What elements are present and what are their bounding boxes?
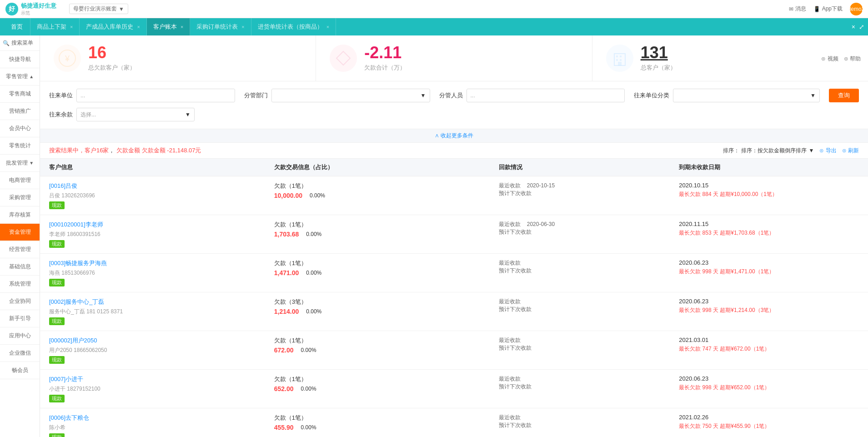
user-avatar[interactable]: demo2 <box>850 3 863 15</box>
svg-text:¥: ¥ <box>65 54 70 63</box>
stat-values-1: 16 总欠款客户（家） <box>88 45 135 72</box>
col-recovery: 回款情况 <box>499 163 679 171</box>
recovery-info-1: 最近收款 2020-10-15 预计下次收款 <box>499 182 679 197</box>
collapse-bar[interactable]: ∧ 收起更多条件 <box>40 129 868 143</box>
tab-close-icon[interactable]: × <box>137 24 140 30</box>
sidebar-item-retail-stats[interactable]: 零售统计 <box>0 137 40 155</box>
debt-amount-6: 652.00 <box>274 385 294 392</box>
sidebar-item-members[interactable]: 会员中心 <box>0 120 40 137</box>
tab-goods-on-off[interactable]: 商品上下架 × <box>30 18 80 35</box>
table-row: [0016]吕俊 吕俊 13026203696 现款 欠款（1笔） 10,000… <box>40 176 868 215</box>
stat-card-debt-total: -2.11 欠款合计（万） <box>316 35 592 81</box>
debt-amount-2: 1,703.68 <box>274 231 299 238</box>
app-download-label: App下载 <box>822 5 843 13</box>
tab-product-history[interactable]: 产成品入库单历史 × <box>80 18 146 35</box>
filter-dept-select[interactable]: ▼ <box>271 89 430 102</box>
tab-close-icon[interactable]: × <box>241 24 244 30</box>
customer-name-2[interactable]: [0001020001]李老师 <box>49 221 274 229</box>
sidebar-item-member[interactable]: 畅会员 <box>0 362 40 379</box>
sort-label: 排序：按欠款金额倒序排序 <box>741 147 807 155</box>
filter-unit-type-select[interactable]: ▼ <box>673 89 820 102</box>
recovery-info-6: 最近收款 预计下次收款 <box>499 375 679 391</box>
customer-name-6[interactable]: [0007]小进干 <box>49 375 274 383</box>
table-header: 客户信息 欠款交易信息（占比） 回款情况 到期未收款日期 <box>40 159 868 176</box>
customer-name-3[interactable]: [0003]畅捷服务尹海燕 <box>49 259 274 267</box>
overdue-link-5[interactable]: 超期¥672.00（1笔） <box>720 346 770 352</box>
sidebar-item-search[interactable]: 🔍 搜索菜单 <box>0 35 40 51</box>
nav-close-all[interactable]: × ⤢ <box>852 23 864 30</box>
tab-purchase-stats[interactable]: 采购订单统计表 × <box>190 18 251 35</box>
debt-amount-7: 455.90 <box>274 424 294 431</box>
sidebar-item-guide[interactable]: 新手引导 <box>0 310 40 327</box>
tab-close-icon[interactable]: × <box>181 24 183 30</box>
video-label[interactable]: ⊙ 视频 <box>821 55 838 62</box>
help-label[interactable]: ⊙ 帮助 <box>844 55 861 62</box>
result-amount: 欠款金额 欠款金额 -21,148.07元 <box>116 147 201 154</box>
message-button[interactable]: ✉ 消息 <box>789 5 806 13</box>
username: demo2 <box>848 6 865 12</box>
filter-balance-select[interactable]: 选择... ▼ <box>76 108 195 121</box>
customer-phone-5: 用户2050 18665062050 <box>49 347 274 354</box>
debt-info-6: 欠款（1笔） 652.00 0.00% <box>274 375 499 394</box>
sidebar-item-marketing[interactable]: 营销推广 <box>0 103 40 120</box>
customer-name-4[interactable]: [0002]服务中心_丁磊 <box>49 298 274 306</box>
recovery-info-2: 最近收款 2020-06-30 预计下次收款 <box>499 221 679 236</box>
overdue-info-6: 2020.06.23 最长欠款 998 天 超期¥652.00（1笔） <box>679 375 859 392</box>
tab-home[interactable]: 首页 <box>4 18 30 35</box>
filter-row-2: 往来余款 选择... ▼ <box>49 108 859 121</box>
message-icon: ✉ <box>789 6 793 12</box>
tag-now-7: 现款 <box>49 433 65 437</box>
overdue-link-4[interactable]: 超期¥1,214.00（3笔） <box>720 307 774 313</box>
refresh-button[interactable]: ⊙ 刷新 <box>842 147 859 155</box>
filter-unit-label: 往来单位 <box>49 91 73 100</box>
table-row: [0002]服务中心_丁磊 服务中心_丁磊 181 0125 8371 现款 欠… <box>40 292 868 331</box>
overdue-link-7[interactable]: 超期¥455.90（1笔） <box>720 423 770 429</box>
customer-name-7[interactable]: [0006]去下粮仓 <box>49 414 274 422</box>
sidebar-item-app-center[interactable]: 应用中心 <box>0 327 40 345</box>
debt-info-1: 欠款（1笔） 10,000.00 0.00% <box>274 182 499 201</box>
sidebar-item-wholesale[interactable]: 批发管理 ▼ <box>0 155 40 172</box>
sidebar-item-purchase[interactable]: 采购管理 <box>0 189 40 206</box>
app-download-button[interactable]: 📱 App下载 <box>813 5 843 13</box>
tab-close-icon[interactable]: × <box>326 24 329 30</box>
result-info: 搜索结果中，客户16家， 欠款金额 欠款金额 -21,148.07元 <box>49 146 201 155</box>
chevron-down-icon: ▼ <box>185 111 191 118</box>
overdue-link-2[interactable]: 超期¥1,703.68（1笔） <box>720 230 774 236</box>
overdue-link-6[interactable]: 超期¥652.00（1笔） <box>720 384 770 391</box>
export-button[interactable]: ⊙ 导出 <box>819 147 836 155</box>
collapse-label: ∧ 收起更多条件 <box>435 132 473 139</box>
sidebar-item-system[interactable]: 系统管理 <box>0 276 40 293</box>
customer-info-7: [0006]去下粮仓 陈小希 现款 <box>49 414 274 437</box>
tab-customer-ledger[interactable]: 客户账本 × <box>147 18 190 35</box>
table-row: [0006]去下粮仓 陈小希 现款 欠款（1笔） 455.90 0.00% 最近… <box>40 408 868 437</box>
svg-marker-2 <box>336 51 350 65</box>
debt-info-3: 欠款（1笔） 1,471.00 0.00% <box>274 259 499 278</box>
filter-unit-input[interactable]: ... <box>76 89 235 102</box>
search-button[interactable]: 查询 <box>829 89 859 102</box>
sidebar-item-ecommerce[interactable]: 电商管理 <box>0 172 40 189</box>
sidebar-item-quick-nav[interactable]: 快捷导航 <box>0 51 40 68</box>
overdue-link-3[interactable]: 超期¥1,471.00（1笔） <box>720 268 774 275</box>
sidebar-item-retail-mall[interactable]: 零售商城 <box>0 85 40 103</box>
stat-card-debtor-customers: ¥ 16 总欠款客户（家） <box>40 35 316 81</box>
store-selector[interactable]: 母婴行业演示账套 ▼ <box>69 4 128 14</box>
sidebar-item-inventory[interactable]: 库存核算 <box>0 206 40 224</box>
sidebar-item-basic-info[interactable]: 基础信息 <box>0 258 40 276</box>
overdue-link-1[interactable]: 超期¥10,000.00（1笔） <box>720 191 778 197</box>
customer-name-5[interactable]: [000002]用户2050 <box>49 337 274 345</box>
sidebar-item-retail-mgmt[interactable]: 零售管理 ▲ <box>0 68 40 85</box>
sidebar-item-operations[interactable]: 经营管理 <box>0 241 40 258</box>
filter-person-input[interactable]: ... <box>467 89 625 102</box>
customer-info-5: [000002]用户2050 用户2050 18665062050 现款 <box>49 337 274 364</box>
sidebar-item-enterprise[interactable]: 企业协同 <box>0 293 40 310</box>
customer-name-1[interactable]: [0016]吕俊 <box>49 182 274 190</box>
tab-close-icon[interactable]: × <box>70 24 73 30</box>
customer-phone-3: 海燕 18513066976 <box>49 269 274 277</box>
overdue-info-1: 2020.10.15 最长欠款 884 天 超期¥10,000.00（1笔） <box>679 182 859 198</box>
sort-selector[interactable]: 排序： 排序：按欠款金额倒序排序 ▼ <box>723 147 814 155</box>
sidebar-item-wechat[interactable]: 企业微信 <box>0 345 40 362</box>
customer-info-2: [0001020001]李老师 李老师 18600391516 现款 <box>49 221 274 248</box>
tab-goods-stats[interactable]: 进货单统计表（按商品） × <box>251 18 336 35</box>
sidebar-item-finance[interactable]: 资金管理 <box>0 224 40 241</box>
overdue-info-5: 2021.03.01 最长欠款 747 天 超期¥672.00（1笔） <box>679 337 859 353</box>
